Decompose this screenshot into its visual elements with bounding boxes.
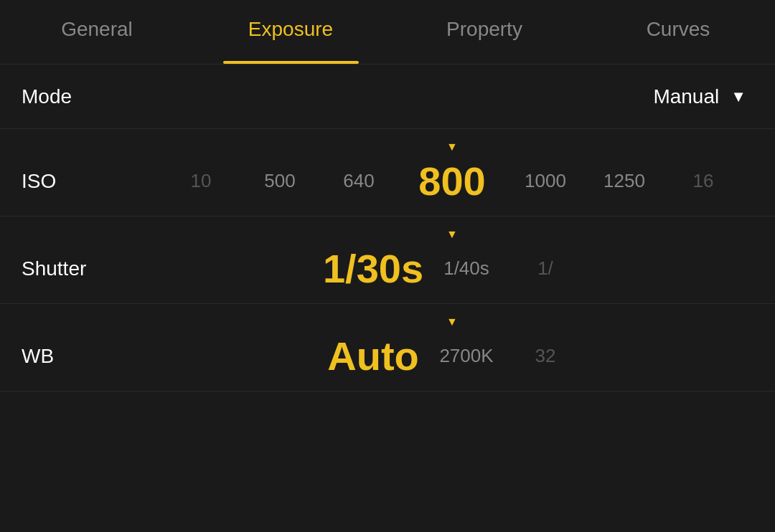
- mode-value: Manual: [653, 85, 719, 108]
- wb-value-1: 2700K: [427, 345, 506, 367]
- tab-general[interactable]: General: [0, 0, 194, 64]
- mode-label: Mode: [22, 85, 151, 108]
- tab-property[interactable]: Property: [388, 0, 581, 64]
- shutter-value-2: 1/: [506, 257, 585, 280]
- iso-value-2: 640: [319, 170, 398, 192]
- wb-caret-icon: ▼: [446, 315, 458, 328]
- mode-dropdown-arrow[interactable]: ▼: [731, 87, 746, 106]
- iso-scroller[interactable]: 10 500 640 800 1000 1250 16: [151, 158, 753, 204]
- shutter-label: Shutter: [22, 257, 86, 280]
- iso-value-active: 800: [398, 158, 506, 204]
- iso-value-1: 500: [240, 170, 319, 192]
- tab-curves[interactable]: Curves: [581, 0, 775, 64]
- iso-caret-icon: ▼: [446, 141, 458, 153]
- iso-value-6: 16: [664, 170, 743, 192]
- wb-value-active: Auto: [319, 333, 427, 379]
- shutter-scroller[interactable]: 1/30s 1/40s 1/: [151, 245, 753, 292]
- wb-setting-row: ▼ WB Auto 2700K 32: [0, 304, 775, 391]
- iso-label: ISO: [22, 170, 56, 192]
- iso-value-5: 1250: [585, 170, 664, 192]
- shutter-caret-icon: ▼: [446, 228, 458, 241]
- iso-setting-row: ▼ ISO 10 500 640 800 1000 1250 16: [0, 129, 775, 217]
- wb-label: WB: [22, 345, 54, 367]
- mode-row: Mode Manual ▼: [0, 65, 775, 129]
- tab-bar: General Exposure Property Curves: [0, 0, 775, 65]
- shutter-setting-row: ▼ Shutter 1/30s 1/40s 1/: [0, 217, 775, 304]
- wb-scroller[interactable]: Auto 2700K 32: [151, 333, 753, 379]
- wb-value-2: 32: [506, 345, 585, 367]
- iso-value-0: 10: [161, 170, 240, 192]
- tab-exposure[interactable]: Exposure: [194, 0, 388, 64]
- shutter-value-1: 1/40s: [427, 257, 506, 280]
- iso-value-4: 1000: [506, 170, 585, 192]
- shutter-value-active: 1/30s: [319, 245, 427, 292]
